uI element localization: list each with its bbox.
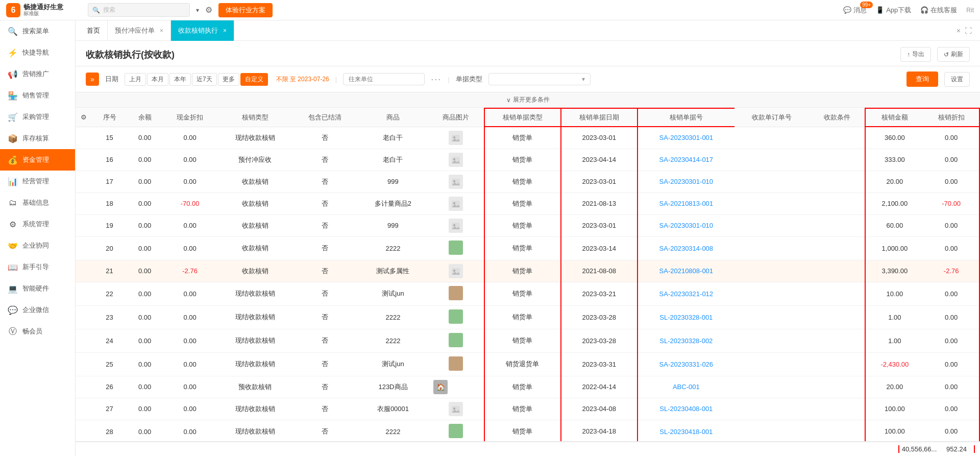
date-this-year[interactable]: 本年 (169, 73, 191, 86)
col-bill-no-cell[interactable]: SA-20230301-010 (638, 214, 734, 236)
bill-no-link[interactable]: SA-20230314-008 (659, 245, 714, 252)
bill-type-select[interactable]: ▾ (488, 73, 591, 85)
col-bill-no-cell[interactable]: SA-20230414-017 (638, 149, 734, 171)
tab-home[interactable]: 首页 (80, 20, 108, 41)
app-download-btn[interactable]: 📱 App下载 (876, 6, 911, 15)
bill-no-link[interactable]: SA-20230321-012 (659, 290, 714, 298)
date-custom[interactable]: 自定义 (240, 73, 268, 86)
sidebar-item-member[interactable]: Ⓥ 畅会员 (0, 321, 75, 342)
table-row: 15 0.00 0.00 现结收款核销 否 老白干 销货单 2023-03-01… (76, 127, 979, 149)
sidebar-item-collab[interactable]: 🤝 企业协同 (0, 235, 75, 256)
col-gear[interactable]: ⚙ (76, 108, 92, 127)
date-more[interactable]: 更多 (218, 73, 239, 86)
col-bill-no-cell[interactable]: ABC-001 (638, 376, 734, 398)
bill-no-link[interactable]: SL-20230328-001 (659, 314, 713, 321)
col-included-cell: 否 (292, 420, 358, 441)
col-no-cell: 28 (92, 420, 127, 441)
footer-amount: 40,556,66... (898, 445, 939, 453)
sidebar-item-label: 销售管理 (22, 91, 49, 100)
bill-no-link[interactable]: SL-20230328-002 (659, 337, 713, 345)
col-included-cell: 否 (292, 236, 358, 260)
chevron-down-icon: ∨ (506, 97, 511, 104)
sidebar-item-basic[interactable]: 🗂 基础信息 (0, 192, 75, 213)
sidebar-item-inventory[interactable]: 📦 库存核算 (0, 128, 75, 149)
bill-no-link[interactable]: SA-20230301-010 (659, 222, 714, 229)
col-bill-no-cell[interactable]: SA-20230331-026 (638, 352, 734, 376)
online-service-btn[interactable]: 🎧 在线客服 (920, 6, 957, 15)
col-bill-no-cell[interactable]: SL-20230408-001 (638, 398, 734, 420)
close-all-icon[interactable]: × (957, 27, 961, 35)
tab-writeoff-close[interactable]: × (223, 27, 227, 34)
sidebar-item-purchase[interactable]: 🛒 采购管理 (0, 106, 75, 128)
bill-no-link[interactable]: SA-20230414-017 (659, 156, 714, 163)
filter-toggle-btn[interactable]: » (86, 73, 99, 86)
expand-filter-btn[interactable]: ∨ 展开更多条件 (76, 92, 980, 108)
date-7-days[interactable]: 近7天 (192, 73, 217, 86)
bill-no-link[interactable]: SA-20230301-010 (659, 178, 714, 185)
col-img-cell (428, 260, 484, 282)
col-bill-no-cell[interactable]: SA-20230301-010 (638, 171, 734, 193)
tab-prepay[interactable]: 预付冲应付单 × (108, 20, 171, 41)
sidebar-item-finance[interactable]: 💰 资金管理 (0, 149, 75, 171)
refresh-btn[interactable]: ↺ 刷新 (937, 47, 970, 62)
col-receipt-no-cell (734, 193, 810, 214)
settings-icon[interactable]: ⚙ (205, 5, 212, 15)
bill-no-link[interactable]: SL-20230408-001 (659, 405, 713, 413)
col-bill-type-cell: 销货单 (484, 214, 561, 236)
query-btn[interactable]: 查询 (906, 71, 938, 87)
col-bill-no-cell[interactable]: SA-20230314-008 (638, 236, 734, 260)
bill-no-link[interactable]: SL-20230418-001 (659, 428, 713, 436)
bill-no-link[interactable]: SA-20230301-001 (659, 134, 714, 141)
col-writeoff-cell: 0.00 (923, 376, 979, 398)
col-balance-cell: 0.00 (127, 376, 162, 398)
table-header-row: ⚙ 序号 余额 现金折扣 核销类型 包含已结清 商品 商品图片 核销单据类型 核… (76, 108, 979, 127)
date-last-month[interactable]: 上月 (125, 73, 146, 86)
bill-no-link[interactable]: ABC-001 (673, 383, 700, 391)
col-balance-cell: 0.00 (127, 282, 162, 305)
bill-no-link[interactable]: SA-20230331-026 (659, 361, 714, 368)
filter-bar: » 日期 上月 本月 本年 近7天 更多 自定义 不限 至 2023-07-26… (76, 66, 980, 92)
col-receipt-no-cell (734, 282, 810, 305)
col-bill-no-cell[interactable]: SA-20210808-001 (638, 260, 734, 282)
partner-input[interactable] (343, 73, 425, 85)
bill-no-link[interactable]: SA-20210808-001 (659, 267, 714, 275)
message-btn[interactable]: 💬 消息 99+ (843, 6, 867, 15)
col-receipt-cond-cell (810, 420, 866, 441)
refresh-icon: ↺ (944, 51, 949, 58)
sidebar-item-system[interactable]: ⚙ 系统管理 (0, 213, 75, 235)
service-label: 在线客服 (930, 6, 957, 15)
sidebar-item-wechat[interactable]: 💬 企业微信 (0, 299, 75, 321)
export-btn[interactable]: ↑ 导出 (900, 47, 931, 62)
chevron-down-icon: ▾ (196, 7, 199, 14)
tab-prepay-close[interactable]: × (160, 27, 163, 34)
sidebar-item-quick[interactable]: ⚡ 快捷导航 (0, 42, 75, 63)
sidebar-item-hardware[interactable]: 💻 智能硬件 (0, 278, 75, 299)
nav-dropdown[interactable]: ▾ (196, 7, 199, 14)
bill-no-link[interactable]: SA-20210813-001 (659, 200, 714, 207)
col-bill-no-cell[interactable]: SL-20230328-002 (638, 329, 734, 352)
col-bill-no-cell[interactable]: SA-20230321-012 (638, 282, 734, 305)
sidebar-item-marketing[interactable]: 📢 营销推广 (0, 63, 75, 85)
sidebar-item-guide[interactable]: 📖 新手引导 (0, 256, 75, 278)
col-discount-cell: 0.00 (162, 398, 217, 420)
sidebar-item-search[interactable]: 🔍 搜索菜单 (0, 20, 75, 42)
col-amount-cell: 2,100.00 (865, 193, 923, 214)
col-img-cell (428, 420, 484, 441)
sidebar-item-sales[interactable]: 🏪 销售管理 (0, 85, 75, 106)
settings-btn[interactable]: 设置 (944, 72, 970, 87)
col-bill-no-cell[interactable]: SL-20230418-001 (638, 420, 734, 441)
purchase-icon: 🛒 (8, 112, 17, 122)
col-bill-no-cell[interactable]: SA-20210813-001 (638, 193, 734, 214)
fullscreen-icon[interactable]: ⛶ (965, 27, 972, 35)
col-type-cell: 收款核销 (217, 260, 292, 282)
main-layout: 🔍 搜索菜单 ⚡ 快捷导航 📢 营销推广 🏪 销售管理 🛒 采购管理 📦 库存核… (0, 20, 980, 456)
tab-writeoff[interactable]: 收款核销执行 × (171, 20, 234, 41)
date-this-month[interactable]: 本月 (147, 73, 168, 86)
col-bill-no-cell[interactable]: SA-20230301-001 (638, 127, 734, 149)
sidebar-item-operation[interactable]: 📊 经营管理 (0, 171, 75, 192)
export-label: 导出 (912, 50, 924, 59)
col-img-cell (428, 398, 484, 420)
search-bar[interactable]: 🔍 搜索 (88, 3, 190, 17)
industry-btn[interactable]: 体验行业方案 (218, 3, 273, 17)
col-bill-no-cell[interactable]: SL-20230328-001 (638, 305, 734, 329)
